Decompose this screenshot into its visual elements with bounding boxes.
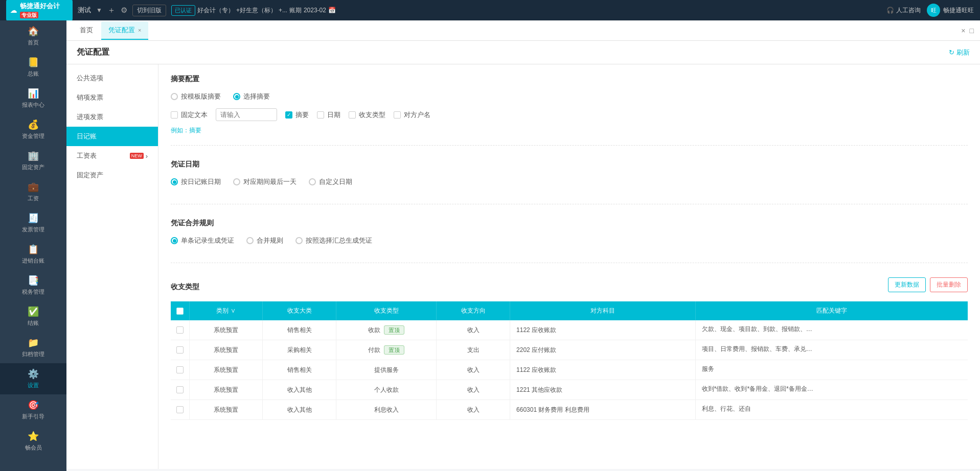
th-category[interactable]: 类别 ∨ xyxy=(189,301,263,320)
td-type-5: 利息收入 xyxy=(336,400,437,420)
chevron-down-icon[interactable]: ▼ xyxy=(96,7,102,14)
tab-home[interactable]: 首页 xyxy=(73,21,100,40)
th-checkbox[interactable] xyxy=(171,301,189,320)
td-checkbox-4[interactable] xyxy=(171,380,189,400)
main-layout: 🏠 首页 📒 总账 📊 报表中心 💰 资金管理 🏢 固定资产 💼 工资 🧾 发票… xyxy=(0,20,980,471)
tab-voucher-config[interactable]: 凭证配置 × xyxy=(101,21,148,40)
add-icon[interactable]: ＋ xyxy=(107,5,116,16)
td-keywords-1: 欠款、现金、项目款、到款、报销款、汇入、... xyxy=(695,320,968,340)
left-nav-fixed-assets[interactable]: 固定资产 xyxy=(66,166,158,185)
sidebar-item-ledger[interactable]: 📒 总账 xyxy=(0,52,66,83)
sidebar-item-tax[interactable]: 📑 税务管理 xyxy=(0,270,66,301)
sidebar-item-settlement[interactable]: ✅ 结账 xyxy=(0,301,66,332)
th-type: 收支类型 xyxy=(336,301,437,320)
table-row: 系统预置 采购相关 付款 置顶 支出 2202 应付账款 xyxy=(171,340,968,360)
good-accountant-badge: 好会计（专） xyxy=(197,6,234,15)
settings-icon[interactable]: ⚙ xyxy=(121,6,127,15)
td-checkbox-5[interactable] xyxy=(171,400,189,420)
radio-merge-rule-circle xyxy=(246,237,254,244)
reports-icon: 📊 xyxy=(28,88,39,99)
td-subject-1: 1122 应收账款 xyxy=(510,320,696,340)
invoice-icon: 🧾 xyxy=(28,213,39,224)
sidebar-item-fixed-assets[interactable]: 🏢 固定资产 xyxy=(0,145,66,176)
radio-single[interactable]: 单条记录生成凭证 xyxy=(171,236,234,245)
radio-custom-date[interactable]: 自定义日期 xyxy=(309,177,352,186)
tag-btn-1[interactable]: 置顶 xyxy=(384,325,404,335)
left-nav-payroll[interactable]: 工资表 NEW › xyxy=(66,146,158,166)
td-checkbox-3[interactable] xyxy=(171,360,189,380)
sidebar-item-funds[interactable]: 💰 资金管理 xyxy=(0,114,66,145)
radio-summary-gen[interactable]: 按照选择汇总生成凭证 xyxy=(295,236,372,245)
tab-actions: × □ xyxy=(961,27,974,35)
topbar-title: 测试 xyxy=(78,6,91,15)
checkbox-date[interactable]: 日期 xyxy=(317,110,340,120)
checkbox-fixed-text[interactable]: 固定文本 xyxy=(171,110,208,120)
td-direction-3: 收入 xyxy=(437,360,510,380)
member-icon: ⭐ xyxy=(28,431,39,442)
td-checkbox-2[interactable] xyxy=(171,340,189,360)
left-nav-daily-ledger[interactable]: 日记账 xyxy=(66,127,158,146)
td-category-1: 系统预置 xyxy=(189,320,263,340)
help-btn[interactable]: 🎧 人工咨询 xyxy=(886,6,921,15)
batch-delete-btn[interactable]: 批量删除 xyxy=(930,277,968,292)
left-nav-sales-invoice[interactable]: 销项发票 xyxy=(66,88,158,107)
sidebar-item-home[interactable]: 🏠 首页 xyxy=(0,20,66,52)
calendar-icon[interactable]: 📅 xyxy=(328,7,336,14)
checkbox-payee[interactable]: 对方户名 xyxy=(394,110,430,120)
income-expense-table: 类别 ∨ 收支大类 收支类型 收支方向 对方科目 匹配关键字 xyxy=(171,301,968,420)
checkbox-summary[interactable]: ✓ 摘要 xyxy=(285,110,309,120)
td-major-type-5: 收入其他 xyxy=(263,400,336,420)
sidebar: 🏠 首页 📒 总账 📊 报表中心 💰 资金管理 🏢 固定资产 💼 工资 🧾 发票… xyxy=(0,20,66,471)
sidebar-item-invoice-mgmt[interactable]: 🧾 发票管理 xyxy=(0,207,66,239)
funds-icon: 💰 xyxy=(28,119,39,130)
td-subject-3: 1122 应收账款 xyxy=(510,360,696,380)
switch-old-btn[interactable]: 切到旧版 xyxy=(132,5,166,16)
radio-template[interactable]: 按模板版摘要 xyxy=(171,92,221,101)
summary-hint: 例如：摘要 xyxy=(171,126,968,135)
td-category-5: 系统预置 xyxy=(189,400,263,420)
tag-btn-2[interactable]: 置顶 xyxy=(384,345,404,355)
radio-daily-date[interactable]: 按日记账日期 xyxy=(171,177,221,186)
tab-bar: 首页 凭证配置 × × □ xyxy=(66,20,980,41)
td-direction-1: 收入 xyxy=(437,320,510,340)
checkbox-payee-box xyxy=(394,111,401,119)
restore-window-btn[interactable]: □ xyxy=(970,27,974,35)
voucher-merge-radio-group: 单条记录生成凭证 合并规则 按照选择汇总生成凭证 xyxy=(171,236,968,245)
page-header: 凭证配置 ↻ 刷新 xyxy=(66,41,980,64)
td-category-3: 系统预置 xyxy=(189,360,263,380)
radio-select-summary[interactable]: 选择摘要 xyxy=(233,92,270,101)
voucher-body: 公共选项 销项发票 进项发票 日记账 工资表 xyxy=(66,64,980,469)
sidebar-item-salary[interactable]: 💼 工资 xyxy=(0,176,66,207)
radio-period-last[interactable]: 对应期间最后一天 xyxy=(233,177,297,186)
left-nav-purchase-invoice[interactable]: 进项发票 xyxy=(66,107,158,127)
sidebar-item-archive[interactable]: 📁 归档管理 xyxy=(0,332,66,363)
td-keywords-3: 服务 xyxy=(695,360,968,380)
sidebar-item-purchase-sales[interactable]: 📋 进销台账 xyxy=(0,239,66,270)
td-keywords-4: 收到*借款、收到*备用金、退回*备用金、个人 xyxy=(695,380,968,400)
sidebar-item-settings[interactable]: ⚙️ 设置 xyxy=(0,363,66,394)
page-title: 凭证配置 xyxy=(77,47,109,58)
checkbox-summary-box: ✓ xyxy=(285,111,292,119)
checkbox-fixed-text-box xyxy=(171,111,178,119)
topbar-right: 🎧 人工咨询 旺 畅捷通旺旺 xyxy=(886,4,974,17)
close-window-btn[interactable]: × xyxy=(961,27,965,35)
update-data-btn[interactable]: 更新数据 xyxy=(888,277,926,292)
radio-merge-rule[interactable]: 合并规则 xyxy=(246,236,283,245)
tab-close-icon[interactable]: × xyxy=(138,27,141,33)
sidebar-item-reports[interactable]: 📊 报表中心 xyxy=(0,83,66,114)
summary-config-title: 摘要配置 xyxy=(171,75,968,84)
checkbox-income-type[interactable]: 收支类型 xyxy=(349,110,385,120)
sidebar-item-member[interactable]: ⭐ 畅会员 xyxy=(0,426,66,457)
user-name: 畅捷通旺旺 xyxy=(943,6,974,15)
refresh-btn[interactable]: ↻ 刷新 xyxy=(949,48,970,57)
left-nav-public[interactable]: 公共选项 xyxy=(66,68,158,88)
sidebar-item-guide[interactable]: 🎯 新手引导 xyxy=(0,394,66,426)
voucher-date-section: 凭证日期 按日记账日期 对应期间最后一天 xyxy=(171,160,968,204)
brand-logo: ☁ 畅捷通好会计 专业版 xyxy=(6,0,73,21)
td-checkbox-1[interactable] xyxy=(171,320,189,340)
topbar: ☁ 畅捷通好会计 专业版 测试 ▼ ＋ ⚙ 切到旧版 已认证 好会计（专） +好… xyxy=(0,0,980,20)
summary-config-section: 摘要配置 按模板版摘要 选择摘要 xyxy=(171,75,968,146)
td-major-type-4: 收入其他 xyxy=(263,380,336,400)
settlement-icon: ✅ xyxy=(28,306,39,317)
fixed-text-input[interactable] xyxy=(216,108,277,121)
